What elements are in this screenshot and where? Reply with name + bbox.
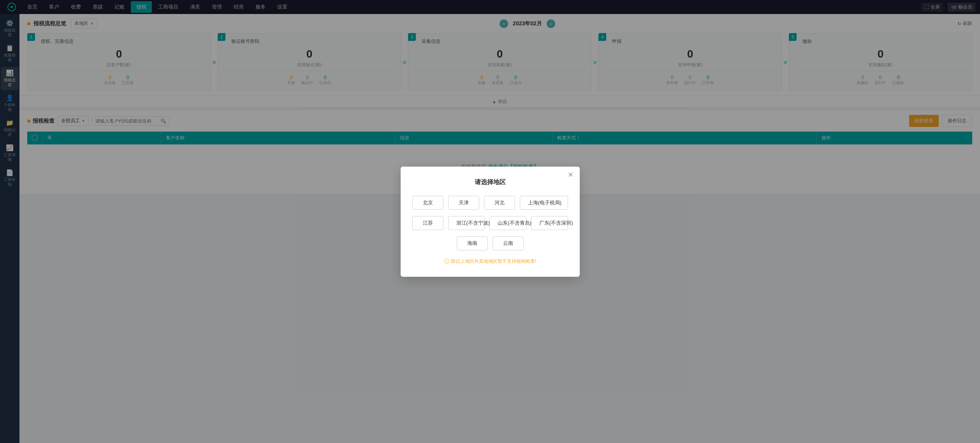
region-row-3: 海南 云南 [412,236,568,250]
region-guangdong[interactable]: 广东(不含深圳) [531,216,568,230]
warning-text: 除以上地区外其他地区暂不支持报税检查! [451,258,536,265]
modal-warning: ⓘ 除以上地区外其他地区暂不支持报税检查! [412,258,568,265]
modal-close-button[interactable]: ✕ [568,171,574,178]
region-shandong[interactable]: 山东(不含青岛) [489,216,526,230]
region-modal: ✕ 请选择地区 北京 天津 河北 上海(电子税局) 江苏 浙江(不含宁波) 山东… [401,167,580,277]
region-hebei[interactable]: 河北 [484,196,515,210]
region-grid: 北京 天津 河北 上海(电子税局) 江苏 浙江(不含宁波) 山东(不含青岛) 广… [412,196,568,250]
modal-title: 请选择地区 [412,178,568,186]
warning-icon: ⓘ [444,258,449,265]
region-row-2: 江苏 浙江(不含宁波) 山东(不含青岛) 广东(不含深圳) [412,216,568,230]
region-hainan[interactable]: 海南 [457,236,488,250]
region-row-1: 北京 天津 河北 上海(电子税局) [412,196,568,210]
region-yunnan[interactable]: 云南 [493,236,524,250]
modal-overlay[interactable]: ✕ 请选择地区 北京 天津 河北 上海(电子税局) 江苏 浙江(不含宁波) 山东… [0,0,980,443]
region-jiangsu[interactable]: 江苏 [412,216,443,230]
region-zhejiang[interactable]: 浙江(不含宁波) [448,216,485,230]
region-tianjin[interactable]: 天津 [448,196,479,210]
region-beijing[interactable]: 北京 [412,196,443,210]
region-shanghai[interactable]: 上海(电子税局) [520,196,568,210]
